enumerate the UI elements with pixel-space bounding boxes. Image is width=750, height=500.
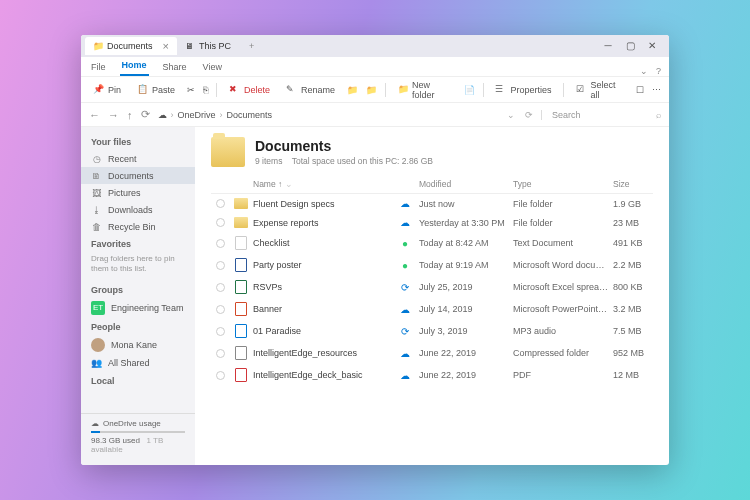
checkbox[interactable] [216,239,225,248]
main-pane: Documents 9 items Total space used on th… [195,127,669,465]
paste-button[interactable]: 📋Paste [133,82,179,98]
x-icon: ✖ [229,84,241,96]
table-row[interactable]: IntelligentEdge_resources☁June 22, 2019C… [211,342,653,364]
properties-icon: ☰ [495,84,507,96]
cloud-icon: ☁ [91,419,99,428]
back-button[interactable]: ← [89,109,100,121]
sidebar-item-shared[interactable]: 👥All Shared [81,355,195,372]
sidebar-item-recent[interactable]: ◷Recent [81,150,195,167]
chevron-down-icon[interactable]: ⌄ [507,110,515,120]
tab-close-icon[interactable]: × [163,40,169,52]
new-tab-button[interactable]: + [239,41,264,51]
refresh-button[interactable]: ⟳ [141,108,150,121]
pin-button[interactable]: 📌Pin [89,82,125,98]
table-row[interactable]: RSVPs⟳July 25, 2019Microsoft Excel sprea… [211,276,653,298]
copy-icon[interactable]: ⎘ [203,85,208,95]
properties-button[interactable]: ☰Properties [491,82,555,98]
col-size[interactable]: Size [613,179,653,189]
delete-button[interactable]: ✖Delete [225,82,274,98]
new-item-icon[interactable]: 📄 [464,85,475,95]
breadcrumb[interactable]: ☁ › OneDrive › Documents ⌄ ⟳ [158,110,534,120]
checkbox[interactable] [216,283,225,292]
select-all-button[interactable]: ☑Select all [572,78,628,102]
breadcrumb-current[interactable]: Documents [227,110,273,120]
status-icon: ☁ [395,217,415,228]
search-placeholder: Search [552,110,581,120]
menu-file[interactable]: File [89,59,108,76]
checkbox[interactable] [216,199,225,208]
select-none-icon[interactable]: ☐ [636,85,644,95]
sidebar-item-downloads[interactable]: ⭳Downloads [81,201,195,218]
trash-icon: 🗑 [91,221,102,232]
file-modified: Today at 8:42 AM [419,238,509,248]
rename-button[interactable]: ✎Rename [282,82,339,98]
maximize-button[interactable]: ▢ [625,41,635,51]
tab-label: Documents [107,41,153,51]
menu-share[interactable]: Share [161,59,189,76]
cut-icon[interactable]: ✂ [187,85,195,95]
table-row[interactable]: Checklist●Today at 8:42 AMText Document4… [211,232,653,254]
download-icon: ⭳ [91,204,102,215]
file-size: 952 MB [613,348,653,358]
word-icon [235,258,247,272]
more-icon[interactable]: ⋯ [652,85,661,95]
move-icon[interactable]: 📁 [347,85,358,95]
person-avatar [91,338,105,352]
sidebar-item-person[interactable]: Mona Kane [81,335,195,355]
search-icon: ⌕ [656,110,661,120]
tab-thispc[interactable]: 🖥 This PC [177,38,239,54]
column-headers: Name ↑ ⌄ Modified Type Size [211,175,653,194]
copy-to-icon[interactable]: 📁 [366,85,377,95]
checkbox[interactable] [216,371,225,380]
sidebar-item-documents[interactable]: 🗎Documents [81,167,195,184]
file-name: Party poster [253,260,391,270]
sidebar-item-recycle[interactable]: 🗑Recycle Bin [81,218,195,235]
sidebar-favorites-note: Drag folders here to pin them to this li… [81,252,195,281]
col-name[interactable]: Name ↑ ⌄ [253,179,391,189]
folder-icon: 📁 [93,41,103,51]
folder-plus-icon: 📁 [398,84,409,96]
table-row[interactable]: Party poster●Today at 9:19 AMMicrosoft W… [211,254,653,276]
table-row[interactable]: Fluent Design specs☁Just nowFile folder1… [211,194,653,213]
new-folder-button[interactable]: 📁New folder [394,78,456,102]
sidebar-item-pictures[interactable]: 🖼Pictures [81,184,195,201]
checkbox[interactable] [216,305,225,314]
checkbox[interactable] [216,327,225,336]
sidebar-item-team[interactable]: ETEngineering Team [81,298,195,318]
ribbon: 📌Pin 📋Paste ✂ ⎘ ✖Delete ✎Rename 📁 📁 📁New… [81,77,669,103]
table-row[interactable]: Banner☁July 14, 2019Microsoft PowerPoint… [211,298,653,320]
breadcrumb-root[interactable]: OneDrive [178,110,216,120]
file-type: Microsoft PowerPoint p… [513,304,609,314]
page-title: Documents [255,138,433,154]
up-button[interactable]: ↑ [127,109,133,121]
menu-home[interactable]: Home [120,57,149,76]
table-row[interactable]: Expense reports☁Yesterday at 3:30 PMFile… [211,213,653,232]
titlebar: 📁 Documents × 🖥 This PC + ─ ▢ ✕ [81,35,669,57]
pdf-icon [235,368,247,382]
close-button[interactable]: ✕ [647,41,657,51]
sidebar: Your files ◷Recent 🗎Documents 🖼Pictures … [81,127,195,465]
forward-button[interactable]: → [108,109,119,121]
chevron-down-icon[interactable]: ⌄ [640,66,648,76]
folder-large-icon [211,137,245,167]
tab-documents[interactable]: 📁 Documents × [85,37,177,55]
table-row[interactable]: IntelligentEdge_deck_basic☁June 22, 2019… [211,364,653,386]
checkbox[interactable] [216,218,225,227]
file-type: Text Document [513,238,609,248]
file-icon [235,236,247,250]
sidebar-heading-groups: Groups [81,281,195,298]
checkbox[interactable] [216,349,225,358]
help-icon[interactable]: ? [656,66,661,76]
menu-view[interactable]: View [201,59,224,76]
col-modified[interactable]: Modified [419,179,509,189]
checkbox[interactable] [216,261,225,270]
sidebar-usage: ☁OneDrive usage 98.3 GB used 1 TB availa… [81,413,195,459]
navbar: ← → ↑ ⟳ ☁ › OneDrive › Documents ⌄ ⟳ Sea… [81,103,669,127]
col-type[interactable]: Type [513,179,609,189]
search-box[interactable]: Search ⌕ [541,110,661,120]
refresh-icon[interactable]: ⟳ [525,110,533,120]
minimize-button[interactable]: ─ [603,41,613,51]
file-name: 01 Paradise [253,326,391,336]
table-row[interactable]: 01 Paradise⟳July 3, 2019MP3 audio7.5 MB [211,320,653,342]
file-size: 3.2 MB [613,304,653,314]
